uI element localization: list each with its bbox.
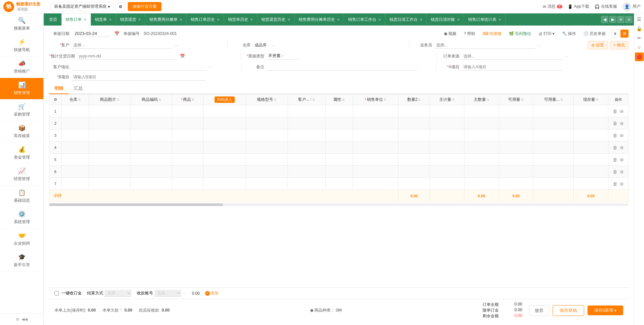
tab-close-icon[interactable]: ✕ [109,18,112,22]
copy-row-icon[interactable]: ⊕ [620,169,624,174]
tab-list-button[interactable]: ≡ [625,16,633,23]
salesperson-expand-icon[interactable]: ··· [537,43,541,48]
tab-close-icon[interactable]: ✕ [288,18,290,22]
online-service-button[interactable]: 🎧 在线客服 [595,4,617,9]
settings-quick-button[interactable]: ⚙ 设置 [588,41,608,49]
remark-input[interactable] [266,64,418,71]
delivery-date-input[interactable] [77,53,178,60]
tab-prev-button[interactable]: ◀ [601,16,608,23]
tab-next-button[interactable]: ▶ [609,16,616,23]
copy-row-icon[interactable]: ⊕ [620,145,624,150]
help-button[interactable]: ? 帮助 [462,30,477,37]
salesperson-input[interactable] [434,42,535,49]
tab-close-icon[interactable]: ✕ [180,18,182,22]
discard-button[interactable]: 放弃 [529,305,549,316]
tab-expense-history[interactable]: 销售费用分摊单历史 ✕ [295,13,344,26]
settings-icon[interactable]: ⚙ [116,2,125,11]
list-view-button[interactable]: ≡ [611,30,619,38]
tab-close-icon[interactable]: ✕ [217,18,220,22]
sidebar-item-basics[interactable]: 📋 基础信息 [0,186,43,207]
sidebar-item-purchase[interactable]: 🛒 采购管理 [0,99,43,121]
invoice-type-select[interactable]: 不开票 ▾ [266,52,300,60]
shortcut-button[interactable]: ⌨ 快捷键 [481,30,503,37]
shoukuan-expand-icon[interactable]: ··· [183,291,187,296]
tab-return-history[interactable]: 销货退货历史 ✕ [257,13,295,26]
order-source-input[interactable] [461,53,562,60]
solution-button[interactable]: 体验行业方案 [128,2,161,11]
message-button[interactable]: ✉ 消息 9 [543,4,562,9]
tab-statistics[interactable]: 销售订单统计表 ✕ [464,13,505,26]
delete-row-icon[interactable]: 🗑 [613,109,617,114]
calendar2-icon[interactable]: 📅 [180,54,185,58]
goods-count[interactable]: ◉ 商品种类： 0种 [310,308,342,313]
tab-order-history[interactable]: 销售订单历史 ✕ [187,13,224,26]
tab-sales-order[interactable]: 销售订单 ✕ [62,13,91,26]
delete-row-icon[interactable]: 🗑 [613,145,617,150]
date-input[interactable] [73,30,110,37]
profit-button[interactable]: 🌿 毛利预估 [507,30,533,37]
tab-summary[interactable]: 汇总 [69,83,88,94]
tab-close-icon[interactable]: ✕ [250,18,253,22]
tab-close-all-button[interactable]: ✕ [617,16,624,23]
app-download-button[interactable]: 📱 App下载 [568,4,589,9]
right-panel-icon-2[interactable]: 🔒 [635,24,644,33]
right-panel-icon-5[interactable]: 🔴 [635,52,644,61]
calendar-icon[interactable]: 📅 [114,31,119,36]
collapse-button[interactable]: ⚙ ◀◀ [0,313,43,325]
sidebar-item-guide[interactable]: 🎓 新手引导 [0,250,43,272]
tab-sales-invoice[interactable]: 销货单 ✕ [91,13,116,26]
view-button[interactable]: ◉ 视频 [442,30,458,37]
copy-row-icon[interactable]: ⊕ [620,133,624,138]
th-settings[interactable]: ⚙ [49,94,62,105]
a-project-input[interactable] [461,64,562,71]
customer-input[interactable] [71,42,172,49]
tab-close-icon[interactable]: ✕ [84,18,86,22]
tab-home[interactable]: 首页 [45,13,62,26]
save-new-button[interactable]: 保存&新增 ▾ [588,306,623,315]
scan-button[interactable]: 扫码录入 [215,96,235,103]
address-input[interactable] [71,64,206,71]
add-item-button[interactable]: + 物流 [610,41,629,49]
yijian-checkbox[interactable] [54,291,59,295]
sidebar-item-finance[interactable]: 💰 资金管理 [0,143,43,164]
shoukuan-select[interactable]: 选择... [154,290,181,297]
copy-row-icon[interactable]: ⊕ [620,181,624,187]
delete-row-icon[interactable]: 🗑 [613,169,617,174]
sidebar-item-marketing[interactable]: 📣 营销推广 [0,56,43,78]
sidebar-item-quicknav[interactable]: ⚡ 快捷导航 [0,35,43,56]
delete-row-icon[interactable]: 🗑 [613,133,617,138]
tab-close-icon[interactable]: ✕ [337,18,340,22]
tab-close-icon[interactable]: ✕ [498,18,501,22]
delete-row-icon[interactable]: 🗑 [613,181,617,187]
history-button[interactable]: 🕐 历史单据 [581,30,608,37]
sidebar-item-search[interactable]: 🔍 搜索菜单 [0,13,43,35]
add-button[interactable]: + 添加 [205,290,219,296]
tab-close-icon[interactable]: ✕ [378,18,381,22]
tab-sales-return[interactable]: 销货退货 ✕ [116,13,145,26]
sidebar-item-system[interactable]: ⚙️ 系统管理 [0,207,43,229]
right-panel-icon-3[interactable]: ✏ [635,34,644,42]
right-panel-icon-1[interactable]: ☰ [635,15,644,24]
warehouse-expand-icon[interactable]: ··· [271,43,275,48]
b-project-input[interactable] [71,74,206,81]
print-button[interactable]: 🖨 打印 ▾ [536,30,557,37]
jiesuan-select[interactable]: 选择... [105,290,131,297]
right-panel-icon-4[interactable]: ☆ [635,43,644,52]
grid-view-button[interactable]: ⊞ [620,30,629,38]
copy-row-icon[interactable]: ⊕ [620,121,624,126]
delete-row-icon[interactable]: 🗑 [613,157,617,162]
tab-close-icon[interactable]: ✕ [420,18,422,22]
yijian-checkbox-label[interactable]: 一键收订金 [54,290,82,296]
sidebar-item-collab[interactable]: 🤝 企业协同 [0,229,43,250]
tab-detail[interactable]: 明细 [49,83,69,94]
sidebar-item-sales[interactable]: 📊 销售管理 [0,78,43,99]
tab-invoice-history[interactable]: 销货单历史 ✕ [224,13,257,26]
copy-row-icon[interactable]: ⊕ [620,157,624,162]
delete-row-icon[interactable]: 🗑 [613,121,617,126]
user-button[interactable]: 👤 用户 [622,2,641,11]
tab-daily-workbench[interactable]: 钱货日清工作台 ✕ [385,13,427,26]
tab-sales-expense[interactable]: 销售费用分摊单 ✕ [145,13,187,26]
sidebar-item-inventory[interactable]: 📦 库存核算 [0,121,43,143]
tab-close-icon[interactable]: ✕ [457,18,460,22]
tab-reconcile[interactable]: 钱货日清对账 ✕ [427,13,464,26]
